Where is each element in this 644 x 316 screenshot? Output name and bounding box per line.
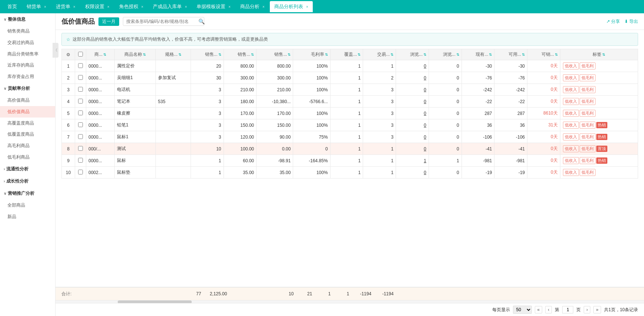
col-current[interactable]: 现有...⇅ xyxy=(462,49,494,60)
browse1-link[interactable]: 0 xyxy=(424,75,426,81)
browse1-link[interactable]: 0 xyxy=(424,123,426,128)
close-icon[interactable]: × xyxy=(262,5,265,9)
nav-template[interactable]: 单据模板设置 × xyxy=(192,1,235,12)
col-sellable[interactable]: 可销...⇅ xyxy=(527,49,560,60)
browse1-link[interactable]: 0 xyxy=(424,99,426,104)
row-checkbox-cell[interactable] xyxy=(75,84,86,96)
search-icon[interactable]: 🔍 xyxy=(198,18,205,24)
row-browse1[interactable]: 0 xyxy=(396,167,429,179)
filter-button[interactable]: 近一月 xyxy=(98,17,119,26)
close-icon[interactable]: × xyxy=(228,5,231,9)
row-checkbox-cell[interactable] xyxy=(75,119,86,131)
col-cover[interactable]: 覆盖...⇅ xyxy=(330,49,363,60)
sidebar-item-traded-goods[interactable]: 交易过的商品 xyxy=(0,37,55,48)
browse1-link[interactable]: 0 xyxy=(424,170,426,175)
prev-page-button[interactable]: ‹ xyxy=(545,306,552,313)
close-icon[interactable]: × xyxy=(306,5,308,9)
sidebar-group-overview[interactable]: ∨ 整体信息 xyxy=(0,13,55,26)
nav-home[interactable]: 首页 xyxy=(3,1,21,12)
row-checkbox[interactable] xyxy=(78,122,83,127)
row-checkbox[interactable] xyxy=(78,158,83,163)
row-browse1[interactable]: 0 xyxy=(396,72,429,84)
sidebar-item-new-goods[interactable]: 新品 xyxy=(0,211,55,222)
export-button[interactable]: ⬇ 导出 xyxy=(624,18,638,25)
row-checkbox[interactable] xyxy=(78,87,83,92)
close-icon[interactable]: × xyxy=(141,5,144,9)
row-checkbox-cell[interactable] xyxy=(75,131,86,143)
col-name[interactable]: 商品名称⇅ xyxy=(115,49,156,60)
nav-purchase[interactable]: 进货单 × xyxy=(51,1,80,12)
row-checkbox-cell[interactable] xyxy=(75,60,86,72)
row-browse1[interactable]: 0 xyxy=(396,131,429,143)
page-size-select[interactable]: 20 50 100 xyxy=(513,306,532,314)
row-browse1[interactable]: 0 xyxy=(396,119,429,131)
col-checkbox[interactable] xyxy=(75,49,86,60)
col-margin[interactable]: 毛利率⇅ xyxy=(293,49,330,60)
col-browse2[interactable]: 浏览...⇅ xyxy=(429,49,462,60)
sidebar-item-low-margin[interactable]: 低毛利商品 xyxy=(0,152,55,163)
row-browse1[interactable]: 0 xyxy=(396,84,429,96)
browse1-link[interactable]: 0 xyxy=(424,146,426,152)
nav-product-analysis[interactable]: 商品分析 × xyxy=(236,1,269,12)
col-trade[interactable]: 交易...⇅ xyxy=(363,49,396,60)
close-icon[interactable]: × xyxy=(185,5,187,9)
first-page-button[interactable]: « xyxy=(535,306,543,313)
row-browse1[interactable]: 0 xyxy=(396,143,429,155)
browse1-link[interactable]: 0 xyxy=(424,111,426,116)
col-available[interactable]: 可用...⇅ xyxy=(494,49,527,60)
nav-sales-order[interactable]: 销货单 × xyxy=(22,1,51,12)
close-icon[interactable]: × xyxy=(107,5,110,9)
col-code[interactable]: 商...⇅ xyxy=(86,49,115,60)
page-number-input[interactable] xyxy=(562,306,573,313)
close-icon[interactable]: × xyxy=(44,5,46,9)
nav-product-analysis-list[interactable]: 商品分析列表 × xyxy=(270,1,313,12)
horizontal-scrollbar[interactable] xyxy=(56,300,644,303)
row-checkbox-cell[interactable] xyxy=(75,155,86,167)
col-sale3[interactable]: 销售...⇅ xyxy=(256,49,293,60)
sidebar-item-near-stock[interactable]: 近库存的商品 xyxy=(0,60,55,71)
sidebar-group-contribution[interactable]: ∨ 贡献率分析 xyxy=(0,82,55,95)
col-settings[interactable]: ⚙ xyxy=(62,49,75,60)
sidebar-item-all-goods[interactable]: 全部商品 xyxy=(0,200,55,211)
table-container[interactable]: ⚙ 商...⇅ 商品名称⇅ 规格...⇅ 销售...⇅ 销售...⇅ 销售...… xyxy=(56,49,644,287)
row-checkbox-cell[interactable] xyxy=(75,167,86,179)
sidebar-item-low-coverage[interactable]: 低覆盖度商品 xyxy=(0,129,55,140)
row-browse1[interactable]: 0 xyxy=(396,60,429,72)
sidebar-group-marketing[interactable]: ∨ 营销推广分析 xyxy=(0,187,55,200)
col-browse1[interactable]: 浏览...⇅ xyxy=(396,49,429,60)
sidebar-item-sales-goods[interactable]: 销售类商品 xyxy=(0,26,55,37)
search-input[interactable] xyxy=(123,17,204,26)
sidebar-group-growth[interactable]: › 成长性分析 xyxy=(0,175,55,187)
nav-permission[interactable]: 权限设置 × xyxy=(81,1,114,12)
share-button[interactable]: ↗ 分享 xyxy=(606,18,620,25)
browse1-link[interactable]: 1 xyxy=(424,158,426,163)
sidebar-item-stock-capital[interactable]: 库存资金占用 xyxy=(0,71,55,82)
col-sale1[interactable]: 销售...⇅ xyxy=(191,49,224,60)
browse1-link[interactable]: 0 xyxy=(424,135,426,140)
nav-role-auth[interactable]: 角色授权 × xyxy=(115,1,148,12)
row-checkbox-cell[interactable] xyxy=(75,72,86,84)
select-all-checkbox[interactable] xyxy=(78,52,83,57)
row-checkbox[interactable] xyxy=(78,146,83,151)
col-tags[interactable]: 标签⇅ xyxy=(560,49,638,60)
sidebar-item-high-value[interactable]: 高价值商品 xyxy=(0,95,55,106)
close-icon[interactable]: × xyxy=(73,5,76,9)
browse1-link[interactable]: 0 xyxy=(424,87,426,92)
row-checkbox[interactable] xyxy=(78,63,83,68)
row-checkbox[interactable] xyxy=(78,75,83,80)
row-checkbox[interactable] xyxy=(78,170,83,174)
row-checkbox[interactable] xyxy=(78,111,83,115)
row-checkbox-cell[interactable] xyxy=(75,143,86,155)
row-checkbox-cell[interactable] xyxy=(75,96,86,108)
sidebar-collapse-button[interactable]: 《 xyxy=(53,43,58,58)
last-page-button[interactable]: » xyxy=(593,306,601,313)
sidebar-item-category-rate[interactable]: 商品分类销售率 xyxy=(0,48,55,60)
nav-product-instock[interactable]: 产成品入库单 × xyxy=(148,1,191,12)
col-sale2[interactable]: 销售...⇅ xyxy=(224,49,256,60)
next-page-button[interactable]: › xyxy=(584,306,590,313)
sidebar-item-high-coverage[interactable]: 高覆盖度商品 xyxy=(0,118,55,129)
row-browse1[interactable]: 1 xyxy=(396,155,429,167)
browse1-link[interactable]: 0 xyxy=(424,64,426,69)
row-browse1[interactable]: 0 xyxy=(396,96,429,108)
sidebar-item-low-value[interactable]: 低价值商品 xyxy=(0,106,55,118)
